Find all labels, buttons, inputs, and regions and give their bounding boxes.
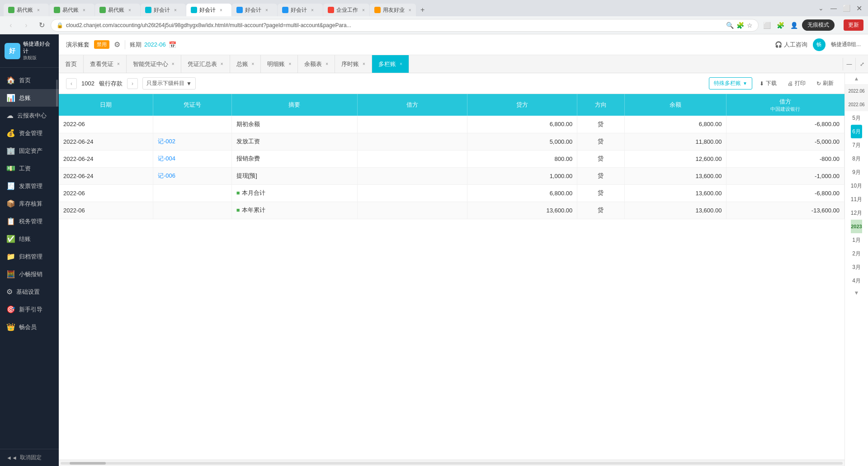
update-button[interactable]: 更新 <box>844 19 863 31</box>
tab-multi-close[interactable]: × <box>400 61 402 66</box>
screenshot-icon[interactable]: ⬜ <box>761 20 772 31</box>
month-item[interactable]: 5月 <box>851 111 862 125</box>
tab-close-5[interactable]: × <box>265 8 268 13</box>
month-item[interactable]: 11月 <box>851 193 862 206</box>
special-multiledger-button[interactable]: 特殊多栏账 ▼ <box>709 77 752 89</box>
sidebar-item-salary[interactable]: 💵 工资 <box>0 160 59 177</box>
minimize-panel-button[interactable]: — <box>843 58 855 71</box>
sidebar-item-invoice[interactable]: 🧾 发票管理 <box>0 177 59 195</box>
tab-close-6[interactable]: × <box>311 8 314 13</box>
sidebar-item-ledger[interactable]: 📊 总账 <box>0 89 59 107</box>
tab-general-ledger[interactable]: 总账 × <box>230 55 261 73</box>
back-button[interactable]: ‹ <box>5 19 17 32</box>
tab-detail-ledger[interactable]: 明细账 × <box>261 55 298 73</box>
profile-button[interactable]: 👤 <box>788 20 799 31</box>
next-account-button[interactable]: › <box>127 78 138 89</box>
sidebar-item-fixed-assets[interactable]: 🏢 固定资产 <box>0 142 59 160</box>
sidebar-item-cloud-report[interactable]: ☁ 云报表中心 <box>0 107 59 124</box>
print-button[interactable]: 🖨 打印 <box>784 78 809 89</box>
tab-close-2[interactable]: × <box>128 8 131 13</box>
sidebar-item-vip[interactable]: 👑 畅会员 <box>0 318 59 336</box>
sidebar-item-close[interactable]: ✅ 结账 <box>0 230 59 248</box>
tab-detail-close[interactable]: × <box>288 61 291 66</box>
month-item[interactable]: 7月 <box>851 138 862 152</box>
refresh-browser-button[interactable]: ↻ <box>35 19 48 32</box>
expand-panel-button[interactable]: ⤢ <box>855 58 868 71</box>
forward-button[interactable]: › <box>20 19 33 32</box>
calendar-icon[interactable]: 📅 <box>169 41 176 48</box>
new-tab-button[interactable]: + <box>416 4 429 16</box>
tab-close-3[interactable]: × <box>174 8 177 13</box>
month-item[interactable]: 3月 <box>851 260 862 274</box>
browser-tab-7[interactable]: 企业工作 × <box>323 4 369 16</box>
tab-balance-close[interactable]: × <box>326 61 328 66</box>
prev-account-button[interactable]: ‹ <box>66 78 77 89</box>
sidebar-item-tax[interactable]: 📋 税务管理 <box>0 212 59 230</box>
voucher-link[interactable]: 记-004 <box>158 155 175 162</box>
browser-tab-1[interactable]: 易代账 × <box>49 4 94 16</box>
tab-close-1[interactable]: × <box>83 8 85 13</box>
h-scrollbar[interactable] <box>59 460 844 466</box>
tab-voucher-summary[interactable]: 凭证汇总表 × <box>181 55 230 73</box>
restore-button[interactable]: ⬜ <box>841 3 852 14</box>
consult-button[interactable]: 🎧 人工咨询 <box>775 41 807 49</box>
voucher-link[interactable]: 记-002 <box>158 138 175 145</box>
tab-smart-voucher[interactable]: 智能凭证中心 × <box>127 55 181 73</box>
sidebar-item-archive[interactable]: 📁 归档管理 <box>0 248 59 265</box>
sidebar-item-fund[interactable]: 💰 资金管理 <box>0 124 59 142</box>
minimize-button[interactable]: — <box>828 3 839 14</box>
browser-tab-4[interactable]: 好会计 × <box>186 4 231 16</box>
search-icon[interactable]: 🔍 <box>726 22 734 29</box>
browser-tab-0[interactable]: 易代账 × <box>4 4 49 16</box>
tab-view-voucher[interactable]: 查看凭证 × <box>84 55 127 73</box>
tab-home[interactable]: 首页 <box>59 55 84 73</box>
tab-close-0[interactable]: × <box>37 8 40 13</box>
stealth-mode-button[interactable]: 无痕模式 <box>802 19 835 31</box>
browser-tab-2[interactable]: 易代账 × <box>95 4 140 16</box>
refresh-ledger-button[interactable]: ↻ 刷新 <box>813 78 837 89</box>
pin-sidebar-button[interactable]: ◄◄ 取消固定 <box>6 454 52 461</box>
tab-voucher-summary-close[interactable]: × <box>221 61 223 66</box>
address-bar[interactable]: 🔒 cloud2.chanjet.com/accounting/uh26t264… <box>51 19 759 32</box>
browser-tab-5[interactable]: 好会计 × <box>232 4 277 16</box>
tab-sequence[interactable]: 序时账 × <box>335 55 372 73</box>
tab-balance[interactable]: 余额表 × <box>298 55 335 73</box>
extension-icon[interactable]: 🧩 <box>736 22 744 29</box>
h-scrollbar-thumb[interactable] <box>70 462 106 465</box>
sidebar-item-home[interactable]: 🏠 首页 <box>0 71 59 89</box>
sidebar-item-guide[interactable]: 🎯 新手引导 <box>0 301 59 318</box>
month-item[interactable]: 9月 <box>851 165 862 179</box>
sidebar-item-inventory[interactable]: 📦 库存核算 <box>0 195 59 212</box>
tab-view-voucher-close[interactable]: × <box>117 61 120 66</box>
scroll-up-button[interactable]: ▲ <box>845 73 868 84</box>
sidebar-item-expense[interactable]: 🧮 小畅报销 <box>0 265 59 283</box>
download-button[interactable]: ⬇ 下载 <box>756 78 780 89</box>
tab-sequence-close[interactable]: × <box>363 61 365 66</box>
close-button[interactable]: ✕ <box>854 3 864 14</box>
browser-tab-3[interactable]: 好会计 × <box>141 4 186 16</box>
scroll-down-button[interactable]: ▼ <box>845 287 868 298</box>
sidebar-scrollbar[interactable] <box>56 80 58 107</box>
month-item[interactable]: 2月 <box>851 247 862 260</box>
tab-close-8[interactable]: × <box>409 8 411 13</box>
month-item[interactable]: 1月 <box>851 233 862 247</box>
month-item[interactable]: 4月 <box>851 274 862 287</box>
tab-close-4[interactable]: × <box>220 8 222 13</box>
month-item[interactable]: 12月 <box>851 206 862 220</box>
tab-general-close[interactable]: × <box>252 61 255 66</box>
browser-tab-8[interactable]: 用友好业 × <box>370 4 416 16</box>
month-item[interactable]: 6月 <box>851 125 862 138</box>
settings-gear-icon[interactable]: ⚙ <box>114 40 120 49</box>
browser-tab-6[interactable]: 好会计 × <box>278 4 323 16</box>
month-item[interactable]: 8月 <box>851 152 862 165</box>
sidebar-item-settings[interactable]: ⚙ 基础设置 <box>0 283 59 301</box>
extensions-button[interactable]: 🧩 <box>775 20 786 31</box>
tab-smart-voucher-close[interactable]: × <box>172 61 175 66</box>
month-item[interactable]: 10月 <box>851 179 862 193</box>
tab-list-button[interactable]: ⌄ <box>816 3 826 14</box>
star-icon[interactable]: ☆ <box>747 22 753 29</box>
voucher-link[interactable]: 记-006 <box>158 172 175 179</box>
tab-multi-ledger[interactable]: 多栏账 × <box>372 55 409 73</box>
tab-close-7[interactable]: × <box>362 8 365 13</box>
sub-filter-dropdown[interactable]: 只显示下级科目 ▼ <box>142 77 196 89</box>
